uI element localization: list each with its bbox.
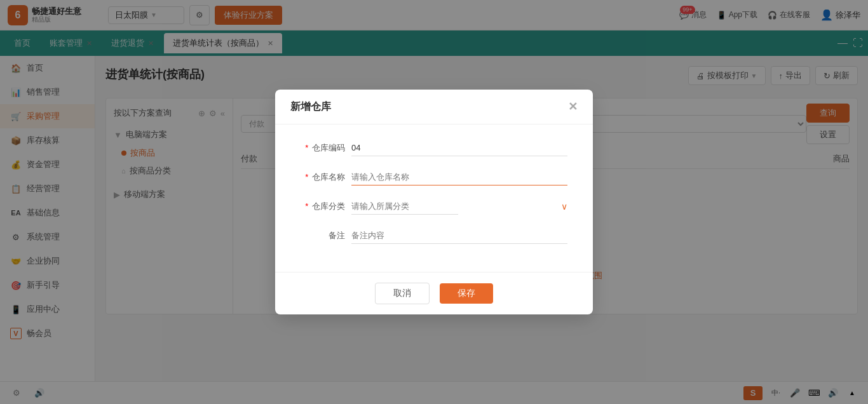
category-input[interactable]	[351, 198, 458, 215]
code-input[interactable]	[351, 140, 567, 156]
form-row-name: * 仓库名称	[301, 169, 567, 185]
modal-overlay: 新增仓库 ✕ * 仓库编码 * 仓库名称	[0, 0, 868, 404]
category-wrap: ∨	[351, 198, 567, 215]
category-label: * 仓库分类	[301, 201, 351, 212]
modal-close-button[interactable]: ✕	[568, 100, 578, 114]
form-row-code: * 仓库编码	[301, 140, 567, 156]
name-label: * 仓库名称	[301, 172, 351, 183]
modal-footer: 取消 保存	[275, 272, 593, 314]
cancel-button[interactable]: 取消	[375, 283, 430, 304]
new-warehouse-modal: 新增仓库 ✕ * 仓库编码 * 仓库名称	[275, 90, 593, 314]
modal-body: * 仓库编码 * 仓库名称 * 仓库分类	[275, 125, 593, 272]
code-label: * 仓库编码	[301, 142, 351, 154]
name-input[interactable]	[351, 169, 567, 185]
modal-header: 新增仓库 ✕	[275, 90, 593, 125]
modal-title: 新增仓库	[290, 100, 331, 114]
form-row-remark: 备注	[301, 227, 567, 244]
save-button[interactable]: 保存	[440, 283, 493, 304]
remark-label: 备注	[301, 230, 351, 241]
category-dropdown-icon: ∨	[561, 201, 567, 212]
form-row-category: * 仓库分类 ∨	[301, 198, 567, 215]
remark-input[interactable]	[351, 227, 567, 244]
